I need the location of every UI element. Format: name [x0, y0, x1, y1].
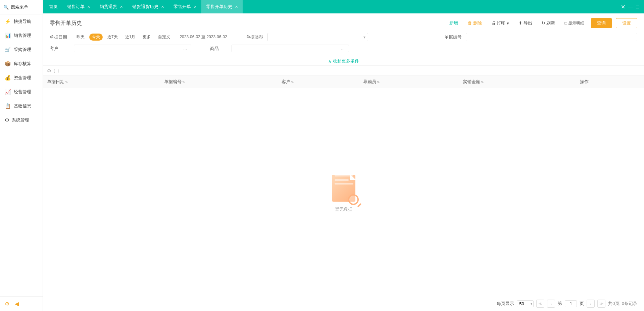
sort-icon-guide: ⇅ [377, 80, 380, 84]
sidebar-item-inventory[interactable]: 📦库存核算 [0, 57, 43, 71]
empty-illustration [327, 172, 360, 202]
sidebar-item-finance[interactable]: 💰资金管理 [0, 71, 43, 85]
filter-row-2: 客户 ... 商品 ... [50, 45, 637, 52]
print-label: 🖨 打印 [491, 20, 506, 26]
th-no[interactable]: 单据编号⇅ [160, 76, 277, 88]
order-type-label: 单据类型 [246, 34, 265, 40]
nav-tab-retail-open[interactable]: 零售开单✕ [169, 0, 201, 13]
toolbar: + 新增 🗑 删除 🖨 打印 ▾ ⬆ 导出 ↻ 刷新 □ 显示明细 查询 设置 [443, 18, 637, 28]
th-label-action: 操作 [580, 79, 589, 84]
collapse-icon: ∧ [328, 59, 332, 64]
settings-button[interactable]: 设置 [616, 18, 637, 28]
last-page-button[interactable]: ≫ [597, 300, 605, 308]
settings-footer-icon[interactable]: ⚙ [5, 301, 9, 307]
top-nav-right: ✕ — □ [621, 4, 643, 10]
page-number-input[interactable] [565, 300, 577, 307]
data-table: 单据日期⇅单据编号⇅客户⇅导购员⇅实销金额⇅操作 [43, 76, 644, 88]
table-settings-icon[interactable]: ⚙ [47, 68, 51, 73]
nav-tab-close-sales-order[interactable]: ✕ [87, 5, 90, 9]
sort-icon-no: ⇅ [182, 80, 185, 84]
sidebar-label-sales-mgmt: 销售管理 [14, 33, 31, 39]
customer-input[interactable] [77, 46, 182, 51]
sidebar-icon-finance: 💰 [5, 75, 11, 81]
next-page-button[interactable]: › [587, 300, 595, 308]
collapse-label: 收起更多条件 [333, 58, 359, 64]
close-window-icon[interactable]: ✕ [621, 4, 625, 10]
maximize-icon[interactable]: □ [636, 4, 639, 10]
order-no-input[interactable] [466, 33, 637, 41]
add-button[interactable]: + 新增 [443, 19, 461, 28]
per-page-label: 每页显示 [497, 301, 514, 307]
minimize-icon[interactable]: — [628, 4, 633, 10]
nav-tab-label-sales-return-history: 销货退货历史 [132, 4, 158, 10]
th-label-no: 单据编号 [164, 79, 182, 84]
nav-tab-retail-open-history[interactable]: 零售开单历史✕ [201, 0, 243, 13]
sidebar-label-basic-info: 基础信息 [14, 103, 31, 109]
date-opt-yesterday[interactable]: 昨天 [74, 34, 87, 41]
th-date[interactable]: 单据日期⇅ [43, 76, 160, 88]
first-page-button[interactable]: ≪ [536, 300, 544, 308]
date-opt-today[interactable]: 今天 [89, 34, 103, 41]
date-options: 昨天今天近7天近1月更多自定义 [74, 34, 173, 41]
per-page-select[interactable]: 102050100 [517, 300, 534, 307]
product-label: 商品 [210, 46, 229, 52]
collapse-footer-icon[interactable]: ◀ [15, 301, 19, 307]
doc-line-1 [335, 175, 353, 176]
top-nav: 首页销售订单✕销货退货✕销货退货历史✕零售开单✕零售开单历史✕ ✕ — □ [43, 0, 644, 13]
page-label: 第 [558, 301, 562, 307]
date-opt-custom[interactable]: 自定义 [155, 34, 173, 41]
nav-tab-label-sales-order: 销售订单 [67, 4, 85, 10]
nav-tab-label-sales-return: 销货退货 [100, 4, 117, 10]
prev-page-button[interactable]: ‹ [547, 300, 555, 308]
th-amount[interactable]: 实销金额⇅ [459, 76, 576, 88]
date-opt-last1m[interactable]: 近1月 [122, 34, 138, 41]
print-button[interactable]: 🖨 打印 ▾ [489, 19, 512, 28]
th-customer[interactable]: 客户⇅ [278, 76, 359, 88]
date-opt-more[interactable]: 更多 [140, 34, 153, 41]
sidebar-search[interactable]: 🔍 搜索采单 [0, 0, 43, 14]
filter-area: 单据日期 昨天今天近7天近1月更多自定义 2023-06-02 至 2023-0… [50, 33, 637, 65]
total-label: 共0页, 0条记录 [608, 301, 637, 307]
nav-tab-sales-return[interactable]: 销货退货✕ [95, 0, 128, 13]
nav-tab-close-retail-open[interactable]: ✕ [194, 5, 197, 9]
query-button[interactable]: 查询 [591, 18, 612, 28]
date-opt-last7[interactable]: 近7天 [105, 34, 120, 41]
table-header-row: 单据日期⇅单据编号⇅客户⇅导购员⇅实销金额⇅操作 [43, 76, 644, 88]
sidebar-item-purchase-mgmt[interactable]: 🛒采购管理 [0, 43, 43, 57]
sidebar-item-quick-nav[interactable]: ⚡快捷导航 [0, 14, 43, 29]
collapse-bar[interactable]: ∧ 收起更多条件 [50, 56, 637, 65]
print-arrow-icon: ▾ [507, 21, 509, 26]
magnifier-icon [348, 194, 359, 205]
page-header: 零售开单历史 + 新增 🗑 删除 🖨 打印 ▾ ⬆ 导出 ↻ 刷新 □ 显示明细… [43, 13, 644, 65]
order-type-select[interactable] [267, 33, 368, 41]
nav-tab-sales-order[interactable]: 销售订单✕ [62, 0, 95, 13]
product-ellipsis-icon[interactable]: ... [340, 46, 346, 51]
th-label-date: 单据日期 [47, 79, 64, 84]
sort-icon-date: ⇅ [65, 80, 68, 84]
nav-tab-label-retail-open: 零售开单 [174, 4, 191, 10]
delete-button[interactable]: 🗑 删除 [465, 19, 485, 28]
empty-text: 暂无数据 [335, 206, 352, 212]
nav-tab-close-sales-return[interactable]: ✕ [120, 5, 123, 9]
table-toolbar-row: ⚙ [43, 66, 644, 76]
sidebar-item-basic-info[interactable]: 📋基础信息 [0, 99, 43, 113]
display-button[interactable]: □ 显示明细 [562, 19, 587, 28]
customer-ellipsis-icon[interactable]: ... [182, 46, 188, 51]
content-area: 零售开单历史 + 新增 🗑 删除 🖨 打印 ▾ ⬆ 导出 ↻ 刷新 □ 显示明细… [43, 13, 644, 311]
nav-tab-label-home: 首页 [49, 4, 58, 10]
filter-row-1: 单据日期 昨天今天近7天近1月更多自定义 2023-06-02 至 2023-0… [50, 33, 637, 41]
th-guide[interactable]: 导购员⇅ [359, 76, 458, 88]
export-button[interactable]: ⬆ 导出 [516, 19, 535, 28]
product-input[interactable] [235, 46, 340, 51]
sidebar-nav: ⚡快捷导航📊销售管理🛒采购管理📦库存核算💰资金管理📈经营管理📋基础信息⚙系统管理 [0, 14, 43, 296]
nav-tab-home[interactable]: 首页 [44, 0, 62, 13]
sidebar-item-sales-mgmt[interactable]: 📊销售管理 [0, 29, 43, 43]
sidebar-icon-sales-mgmt: 📊 [5, 33, 11, 39]
sidebar-item-sys-mgmt[interactable]: ⚙系统管理 [0, 113, 43, 127]
select-all-checkbox[interactable] [54, 69, 58, 73]
refresh-button[interactable]: ↻ 刷新 [539, 19, 558, 28]
nav-tab-close-sales-return-history[interactable]: ✕ [161, 5, 164, 9]
sidebar-item-operations[interactable]: 📈经营管理 [0, 85, 43, 99]
nav-tab-close-retail-open-history[interactable]: ✕ [235, 5, 238, 9]
nav-tab-sales-return-history[interactable]: 销货退货历史✕ [128, 0, 169, 13]
